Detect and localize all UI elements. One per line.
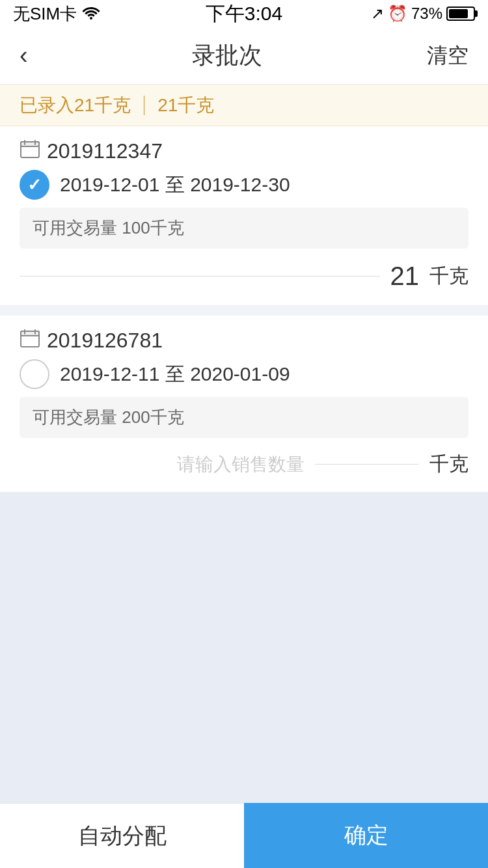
batch-1-row: 2019-12-01 至 2019-12-30: [20, 170, 468, 200]
batch-1-icon: [20, 139, 40, 163]
confirm-button[interactable]: 确定: [244, 803, 488, 868]
batch-1-amount: 21: [390, 262, 420, 291]
info-banner: 已录入21千克 21千克: [0, 85, 488, 126]
carrier-label: 无SIM卡: [13, 3, 77, 25]
svg-rect-1: [21, 142, 39, 146]
batch-2-available: 可用交易量 200千克: [20, 397, 468, 438]
batch-1-checkbox[interactable]: [20, 170, 49, 200]
batch-1-header: 2019112347: [20, 139, 468, 163]
info-value: 21千克: [157, 93, 214, 118]
auto-distribute-button[interactable]: 自动分配: [0, 803, 244, 868]
battery-icon: [446, 7, 475, 21]
batch-2-header: 2019126781: [20, 329, 468, 353]
batch-2-number: 2019126781: [47, 329, 163, 353]
batch-2-icon: [20, 329, 40, 353]
nav-bar: ‹ 录批次 清空: [0, 27, 488, 85]
info-entered-label: 已录入21千克: [20, 93, 131, 118]
page-title: 录批次: [192, 40, 262, 72]
svg-rect-5: [21, 331, 39, 336]
batch-2-date: 2019-12-11 至 2020-01-09: [60, 361, 290, 388]
content-wrapper: 2019112347 2019-12-01 至 2019-12-30 可用交易量…: [0, 126, 488, 868]
wifi-icon: [82, 4, 100, 24]
status-left: 无SIM卡: [13, 3, 100, 25]
batch-1-date: 2019-12-01 至 2019-12-30: [60, 172, 290, 198]
batch-2-checkbox[interactable]: [20, 359, 49, 389]
batch-2-unit: 千克: [429, 451, 468, 478]
batch-2-placeholder: 请输入销售数量: [20, 452, 305, 477]
batch-item-2: 2019126781 2019-12-11 至 2020-01-09 可用交易量…: [0, 316, 488, 492]
batch-1-number: 2019112347: [47, 139, 163, 163]
batch-2-row: 2019-12-11 至 2020-01-09: [20, 359, 468, 389]
status-bar: 无SIM卡 下午3:04 ↗ ⏰ 73%: [0, 0, 488, 27]
batch-1-unit: 千克: [429, 263, 468, 290]
info-divider: [144, 96, 144, 115]
clear-button[interactable]: 清空: [427, 42, 468, 70]
section-separator-1: [0, 305, 488, 316]
alarm-icon: ⏰: [388, 5, 407, 23]
bottom-buttons: 自动分配 确定: [0, 803, 488, 868]
battery-percent: 73%: [411, 5, 442, 23]
status-time: 下午3:04: [206, 1, 282, 27]
batch-item-1: 2019112347 2019-12-01 至 2019-12-30 可用交易量…: [0, 126, 488, 305]
status-right: ↗ ⏰ 73%: [371, 5, 475, 23]
location-icon: ↗: [371, 5, 384, 23]
batch-1-available: 可用交易量 100千克: [20, 208, 468, 249]
back-button[interactable]: ‹: [20, 42, 28, 70]
